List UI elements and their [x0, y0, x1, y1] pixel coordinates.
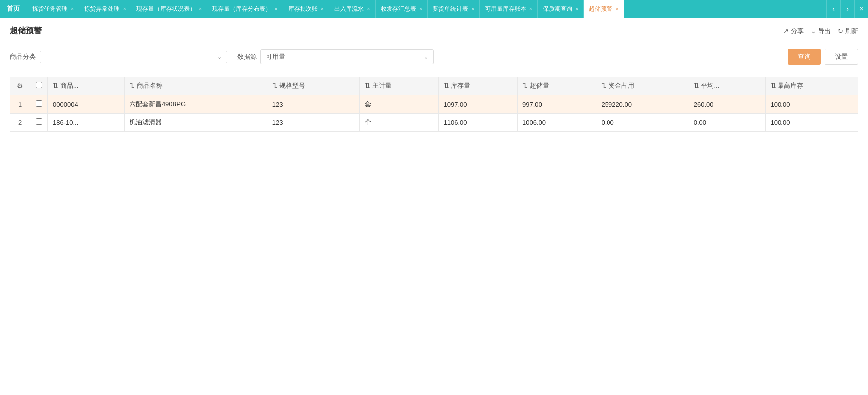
col-unit-header[interactable]: ⇅ 主计量 — [360, 77, 438, 95]
cell-product-name: 机油滤清器 — [124, 114, 267, 132]
product-category-filter: 商品分类 ⌄ — [10, 51, 227, 63]
export-icon: ⇓ — [811, 27, 816, 35]
close-tab-icon[interactable]: × — [529, 6, 532, 12]
col-stock-header[interactable]: ⇅ 库存量 — [438, 77, 517, 95]
col-capital-header[interactable]: ⇅ 资金占用 — [596, 77, 689, 95]
tab-inventory-batch[interactable]: 库存批次账 × — [283, 0, 329, 18]
close-tab-active-icon[interactable]: × — [615, 6, 618, 12]
cell-avg: 260.00 — [689, 95, 765, 114]
close-tab-icon[interactable]: × — [123, 6, 126, 12]
filter-actions: 查询 设置 — [788, 49, 858, 65]
export-button[interactable]: ⇓ 导出 — [811, 27, 831, 36]
col-product-name-header[interactable]: ⇅ 商品名称 — [124, 77, 267, 95]
overstock-table: ⚙ ⇅ 商品... ⇅ 商品名称 ⇅ 规格型号 ⇅ — [10, 77, 858, 132]
share-icon: ↗ — [783, 27, 789, 35]
nav-arrow-group: ‹ › × — [826, 0, 868, 18]
row-index: 1 — [10, 95, 30, 114]
row-checkbox[interactable] — [36, 100, 42, 107]
close-tab-icon[interactable]: × — [71, 6, 74, 12]
cell-capital: 259220.00 — [596, 95, 689, 114]
product-category-label: 商品分类 — [10, 52, 36, 61]
page-header: 超储预警 ↗ 分享 ⇓ 导出 ↻ 刷新 — [10, 26, 858, 36]
col-overstock-header[interactable]: ⇅ 超储量 — [517, 77, 596, 95]
table-row: 2 186-10... 机油滤清器 123 个 1106.00 1006.00 … — [10, 114, 858, 132]
table-header-row: ⚙ ⇅ 商品... ⇅ 商品名称 ⇅ 规格型号 ⇅ — [10, 77, 858, 95]
chevron-down-icon: ⌄ — [424, 54, 428, 60]
cell-spec: 123 — [267, 114, 359, 132]
gear-icon[interactable]: ⚙ — [17, 82, 23, 90]
close-tab-icon[interactable]: × — [367, 6, 370, 12]
data-source-filter: 数据源 可用量 ⌄ — [237, 49, 434, 64]
nav-left-arrow[interactable]: ‹ — [826, 0, 840, 18]
cell-unit: 套 — [360, 95, 438, 114]
tab-available-stock[interactable]: 可用量库存账本 × — [480, 0, 538, 18]
nav-close-all[interactable]: × — [854, 0, 868, 18]
col-product-code-header[interactable]: ⇅ 商品... — [48, 77, 125, 95]
close-tab-icon[interactable]: × — [321, 6, 324, 12]
col-settings-header[interactable]: ⚙ — [10, 77, 30, 95]
cell-avg: 0.00 — [689, 114, 765, 132]
cell-product-code: 186-10... — [48, 114, 125, 132]
tab-inout-flow[interactable]: 出入库流水 × — [329, 0, 375, 18]
close-tab-icon[interactable]: × — [199, 6, 202, 12]
tab-overstock-warning[interactable]: 超储预警 × — [584, 0, 624, 18]
cell-product-name: 六配套新昌490BPG — [124, 95, 267, 114]
chevron-down-icon: ⌄ — [217, 54, 222, 60]
col-checkbox-header[interactable] — [30, 77, 48, 95]
col-avg-header[interactable]: ⇅ 平均... — [689, 77, 765, 95]
cell-overstock: 1006.00 — [517, 114, 596, 132]
tab-inventory-dist[interactable]: 现存量（库存分布表） × — [207, 0, 283, 18]
nav-right-arrow[interactable]: › — [840, 0, 854, 18]
refresh-icon: ↻ — [838, 27, 843, 35]
close-tab-icon[interactable]: × — [575, 6, 578, 12]
close-tab-icon[interactable]: × — [471, 6, 474, 12]
col-spec-header[interactable]: ⇅ 规格型号 — [267, 77, 359, 95]
cell-spec: 123 — [267, 95, 359, 114]
tab-order-stats[interactable]: 要货单统计表 × — [428, 0, 479, 18]
data-source-label: 数据源 — [237, 52, 257, 61]
data-source-value: 可用量 — [266, 52, 285, 61]
settings-button[interactable]: 设置 — [825, 49, 858, 65]
cell-capital: 0.00 — [596, 114, 689, 132]
cell-max-stock: 100.00 — [765, 114, 858, 132]
row-checkbox-cell[interactable] — [30, 114, 48, 132]
tab-quality-expiry[interactable]: 保质期查询 × — [538, 0, 584, 18]
filter-row: 商品分类 ⌄ 数据源 可用量 ⌄ 查询 设置 — [10, 44, 858, 70]
close-tab-icon[interactable]: × — [274, 6, 277, 12]
row-index: 2 — [10, 114, 30, 132]
table-row: 1 0000004 六配套新昌490BPG 123 套 1097.00 997.… — [10, 95, 858, 114]
refresh-button[interactable]: ↻ 刷新 — [838, 27, 858, 36]
col-max-stock-header[interactable]: ⇅ 最高库存 — [765, 77, 858, 95]
row-checkbox-cell[interactable] — [30, 95, 48, 114]
data-source-select[interactable]: 可用量 ⌄ — [260, 49, 434, 64]
share-button[interactable]: ↗ 分享 — [783, 27, 804, 36]
page-content: 超储预警 ↗ 分享 ⇓ 导出 ↻ 刷新 商品分类 ⌄ 数据源 — [0, 18, 868, 395]
cell-product-code: 0000004 — [48, 95, 125, 114]
home-nav-item[interactable]: 首页 — [0, 4, 27, 13]
top-navigation: 首页 拣货任务管理 × 拣货异常处理 × 现存量（库存状况表） × 现存量（库存… — [0, 0, 868, 18]
tab-inventory-status[interactable]: 现存量（库存状况表） × — [131, 0, 207, 18]
select-all-checkbox[interactable] — [36, 82, 42, 88]
cell-stock: 1106.00 — [438, 114, 517, 132]
row-checkbox[interactable] — [36, 118, 42, 125]
tab-summary[interactable]: 收发存汇总表 × — [376, 0, 428, 18]
product-category-select[interactable]: ⌄ — [40, 51, 227, 63]
header-actions: ↗ 分享 ⇓ 导出 ↻ 刷新 — [783, 27, 858, 36]
tab-exception-handling[interactable]: 拣货异常处理 × — [79, 0, 131, 18]
cell-max-stock: 100.00 — [765, 95, 858, 114]
tab-task-management[interactable]: 拣货任务管理 × — [27, 0, 79, 18]
close-tab-icon[interactable]: × — [419, 6, 422, 12]
cell-stock: 1097.00 — [438, 95, 517, 114]
page-title: 超储预警 — [10, 26, 42, 36]
cell-overstock: 997.00 — [517, 95, 596, 114]
query-button[interactable]: 查询 — [788, 49, 821, 65]
cell-unit: 个 — [360, 114, 438, 132]
